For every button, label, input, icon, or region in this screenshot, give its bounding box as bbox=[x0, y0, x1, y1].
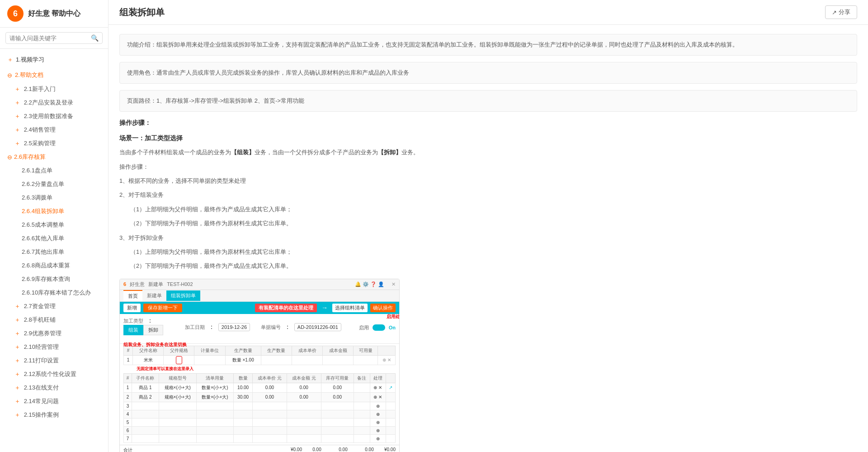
sidebar-item-label: 1.视频学习 bbox=[16, 56, 44, 64]
sidebar-item-2-6-3[interactable]: 2.6.3调拨单 bbox=[7, 191, 108, 205]
td-qty2 bbox=[261, 355, 292, 365]
sidebar-item-2-6-7[interactable]: 2.6.7其他出库单 bbox=[7, 245, 108, 259]
step3-2: （2）下部明细为子件明细，最终作为产成品生成其它入库单。 bbox=[119, 261, 857, 271]
sidebar-item-2-6[interactable]: ⊖ 2.6库存核算 bbox=[0, 150, 108, 164]
td2-action: ↗ bbox=[386, 383, 396, 392]
sidebar-item-2-10[interactable]: ＋ 2.10经营管理 bbox=[0, 340, 108, 354]
td2-avail6 bbox=[321, 426, 354, 434]
sidebar-item-2-5[interactable]: ＋ 2.5采购管理 bbox=[0, 137, 108, 150]
sidebar-item-2-6-2[interactable]: 2.6.2分量盘点单 bbox=[7, 177, 108, 191]
td2-note7 bbox=[354, 434, 370, 442]
sidebar-label: 2.11打印设置 bbox=[24, 357, 59, 364]
ss-toggle[interactable] bbox=[373, 324, 385, 331]
step3: 3、对于拆卸业务 bbox=[119, 233, 857, 243]
sidebar-item-2-7[interactable]: ＋ 2.7资金管理 bbox=[0, 300, 108, 313]
share-label: 分享 bbox=[839, 8, 850, 16]
sidebar-item-2-6-4[interactable]: 2.6.4组装拆卸单 bbox=[7, 205, 108, 218]
td2-spec7 bbox=[159, 434, 196, 442]
td-parent-spec bbox=[164, 355, 194, 365]
role-box: 使用角色：通常由生产人员或库管人员完成拆装业务的操作，库管人员确认原材料的出库和… bbox=[119, 62, 857, 84]
ss-order-label: 单据编号 bbox=[261, 324, 281, 330]
sidebar-item-2-8[interactable]: ＋ 2.8手机旺铺 bbox=[0, 313, 108, 327]
sidebar-label: 2.8手机旺铺 bbox=[24, 316, 56, 323]
td2-spec3 bbox=[159, 402, 196, 410]
role-text: 使用角色：通常由生产人员或库管人员完成拆装业务的操作，库管人员确认原材料的出库和… bbox=[127, 69, 409, 76]
td2-bom3 bbox=[196, 402, 234, 410]
sidebar-item-2-6-9[interactable]: 2.6.9库存账本查询 bbox=[7, 272, 108, 286]
ss-annotation1: 有装配清单的在这里处理 bbox=[255, 304, 317, 312]
intro-text: 功能介绍：组装拆卸单用来处理企业组装或拆卸等加工业务，支持有固定装配清单的产品加… bbox=[127, 41, 738, 48]
sidebar-item-2-6-10[interactable]: 2.6.10库存账本错了怎么办 bbox=[7, 286, 108, 300]
td2-qty5 bbox=[234, 418, 253, 426]
ss-btn-select-bom[interactable]: 选择组料清单 bbox=[332, 304, 368, 312]
main-header: 组装拆卸单 ↗ 分享 bbox=[108, 0, 868, 25]
footer-qty3: 0.00 bbox=[358, 447, 381, 452]
sidebar-item-2-6-1[interactable]: 2.6.1盘点单 bbox=[7, 164, 108, 177]
ss-tab-assembly[interactable]: 组装 bbox=[123, 325, 143, 335]
sidebar-item-2-2[interactable]: ＋ 2.2产品安装及登录 bbox=[0, 96, 108, 109]
td2-avail4 bbox=[321, 410, 354, 418]
ss-btn-add[interactable]: 新增 bbox=[123, 304, 141, 312]
ss-date-input[interactable]: 2019-12-26 bbox=[218, 323, 250, 331]
td2-bom: 数量×(小+大) bbox=[196, 383, 234, 392]
ss-colon1: ： bbox=[147, 317, 153, 324]
nav-group-video: ＋ 1.视频学习 bbox=[0, 52, 108, 67]
ss-tab-new[interactable]: 新建单 bbox=[142, 290, 166, 301]
td2-note5 bbox=[354, 418, 370, 426]
sidebar-item-2-6-6[interactable]: 2.6.6其他入库单 bbox=[7, 232, 108, 245]
sidebar-label: 2.2产品安装及登录 bbox=[24, 99, 73, 106]
step2-2: （2）下部明细为子件明细，最终作为原材料生成其它出库单。 bbox=[119, 218, 857, 228]
sidebar-item-2-6-8[interactable]: 2.6.8商品成本重算 bbox=[7, 259, 108, 272]
sidebar-item-docs[interactable]: ⊖ 2.帮助文档 bbox=[0, 68, 108, 82]
search-icon[interactable]: 🔍 bbox=[91, 34, 99, 42]
ss-tab-list[interactable]: 组装拆卸单 bbox=[166, 290, 200, 301]
th-avail: 可用量 bbox=[354, 346, 378, 355]
screenshot-container: 6 好生意 新建单 TEST-H002 🔔 ⚙️ ❓ 👤 ✕ 首页 新建单 组装… bbox=[119, 279, 400, 452]
ss-tab-disassembly[interactable]: 拆卸 bbox=[143, 325, 163, 335]
ss-form-area: 加工类型 ： 组装 拆卸 组装业务、拆卸业务在这里切换 加工日期 ： bbox=[120, 314, 399, 344]
sidebar-item-2-15[interactable]: ＋ 2.15操作案例 bbox=[0, 408, 108, 422]
td2-ops6: ⊕ bbox=[370, 426, 386, 434]
plus-icon: ＋ bbox=[14, 330, 20, 337]
sidebar: 6 好生意 帮助中心 🔍 ＋ 1.视频学习 ⊖ 2.帮助文档 ＋ 2.1新手入 bbox=[0, 0, 108, 452]
td2-spec5 bbox=[159, 418, 196, 426]
ss-tab-home[interactable]: 首页 bbox=[123, 290, 142, 301]
ss-order-input[interactable]: AD-20191226-001 bbox=[294, 323, 341, 331]
sidebar-item-2-3[interactable]: ＋ 2.3使用前数据准备 bbox=[0, 109, 108, 123]
td2-cost-amt3 bbox=[287, 402, 321, 410]
search-input[interactable] bbox=[9, 35, 91, 42]
td-spec-input[interactable] bbox=[176, 356, 182, 364]
table-row: 6 ⊕ bbox=[124, 426, 396, 434]
sidebar-item-2-9[interactable]: ＋ 2.9优惠券管理 bbox=[0, 327, 108, 340]
ss-btn-confirm[interactable]: 确认操作 bbox=[370, 304, 396, 312]
td2-cost-amt5 bbox=[287, 418, 321, 426]
ss-icons: 🔔 ⚙️ ❓ 👤 bbox=[355, 281, 384, 287]
sidebar-item-2-11[interactable]: ＋ 2.11打印设置 bbox=[0, 354, 108, 367]
intro-box: 功能介绍：组装拆卸单用来处理企业组装或拆卸等加工业务，支持有固定装配清单的产品加… bbox=[119, 34, 857, 56]
logo-icon: 6 bbox=[7, 5, 24, 22]
td2-cost-price3 bbox=[252, 402, 287, 410]
sidebar-item-2-14[interactable]: ＋ 2.14常见问题 bbox=[0, 395, 108, 408]
th-ops bbox=[378, 346, 396, 355]
sidebar-item-2-1[interactable]: ＋ 2.1新手入门 bbox=[0, 82, 108, 96]
ss-btn-save[interactable]: 保存新增一下 bbox=[143, 304, 182, 312]
share-button[interactable]: ↗ 分享 bbox=[825, 5, 857, 19]
sidebar-label: 2.3使用前数据准备 bbox=[24, 113, 73, 119]
sidebar-item-2-4[interactable]: ＋ 2.4销售管理 bbox=[0, 123, 108, 137]
sidebar-item-2-12[interactable]: ＋ 2.12系统个性化设置 bbox=[0, 367, 108, 381]
td2-spec6 bbox=[159, 426, 196, 434]
ss-main-table-area: # 父件名称 父件规格 计量单位 生产数量 生产数量 成本单价 成本金额 可用量 bbox=[120, 344, 399, 445]
sidebar-item-2-6-5[interactable]: 2.6.5成本调整单 bbox=[7, 218, 108, 232]
sidebar-item-label: 2.帮助文档 bbox=[15, 71, 43, 79]
steps-title: 操作步骤： bbox=[119, 119, 857, 127]
nav-group-docs: ⊖ 2.帮助文档 ＋ 2.1新手入门 ＋ 2.2产品安装及登录 ＋ 2.3使用前… bbox=[0, 68, 108, 422]
td-parent-name: 米米 无固定清单可以直接在这里录入 bbox=[133, 355, 164, 365]
td2-ops2: ⊕ ✕ bbox=[370, 392, 386, 402]
ss-toolbar: 新增 保存新增一下 有装配清单的在这里处理 → 选择组料清单 确认操作 bbox=[120, 302, 399, 314]
sidebar-item-2-13[interactable]: ＋ 2.13在线支付 bbox=[0, 381, 108, 395]
sidebar-item-video[interactable]: ＋ 1.视频学习 bbox=[0, 52, 108, 67]
screenshot-inner: 6 好生意 新建单 TEST-H002 🔔 ⚙️ ❓ 👤 ✕ 首页 新建单 组装… bbox=[120, 279, 399, 452]
td2-num3: 3 bbox=[124, 402, 132, 410]
td2-avail: 0.00 bbox=[321, 383, 354, 392]
ss-order-wrap: 单据编号 ： AD-20191226-001 bbox=[261, 323, 341, 331]
